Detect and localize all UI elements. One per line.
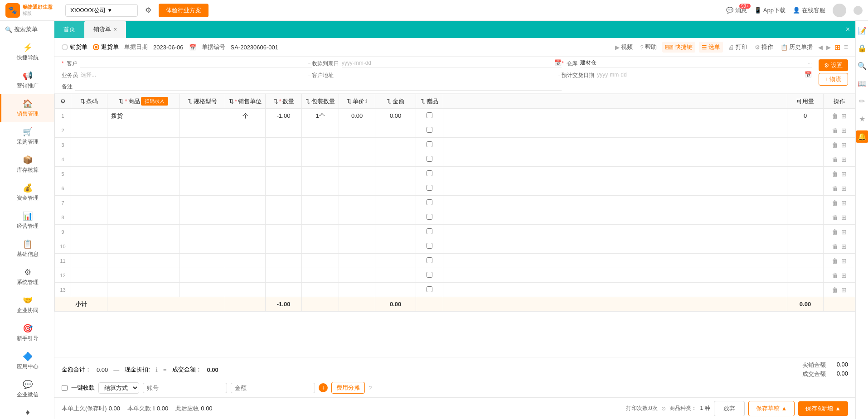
grid-view-icon[interactable]: ⊞ [834, 43, 840, 52]
tab-close-icon[interactable]: × [114, 26, 117, 33]
notes-input[interactable] [75, 83, 562, 89]
app-download-btn[interactable]: 📱 App下载 [754, 6, 786, 14]
sidebar-item-operations[interactable]: 📊 经营管理 [0, 207, 54, 235]
due-date-input[interactable] [342, 60, 555, 66]
sort-gift-icon[interactable]: ⇅ [421, 98, 426, 105]
sidebar-item-finance[interactable]: 💰 资金管理 [0, 178, 54, 207]
help-btn[interactable]: ? 帮助 [638, 42, 658, 52]
sort-spec-icon[interactable]: ⇅ [188, 98, 193, 105]
rp-search-icon[interactable]: 🔍 [856, 60, 868, 72]
copy-row-icon[interactable]: ⊞ [841, 228, 847, 236]
delete-row-icon[interactable]: 🗑 [832, 156, 838, 163]
save-draft-btn[interactable]: 保存草稿 ▲ [748, 401, 795, 416]
delivery-date-input[interactable] [597, 72, 805, 78]
delete-row-icon[interactable]: 🗑 [832, 199, 838, 207]
warehouse-ellipsis[interactable]: ··· [808, 60, 812, 66]
rp-pencil-icon[interactable]: ✏ [857, 95, 867, 107]
calendar-icon[interactable]: 📅 [189, 44, 196, 51]
copy-row-icon[interactable]: ⊞ [841, 170, 847, 178]
sidebar-item-inventory[interactable]: 📦 库存核算 [0, 150, 54, 178]
warehouse-input[interactable] [580, 60, 808, 66]
price-info-icon[interactable]: ℹ [365, 98, 367, 104]
pay-method-select[interactable]: 结算方式 [98, 382, 139, 394]
message-btn[interactable]: 💬 消息 99+ [726, 6, 747, 14]
rp-alert-icon[interactable]: 🔔 [856, 130, 868, 143]
sidebar-item-wechat[interactable]: 💬 企业微信 [0, 375, 54, 403]
customer-ellipsis[interactable]: ··· [307, 60, 311, 66]
delete-row-icon[interactable]: 🗑 [832, 272, 838, 279]
delete-row-icon[interactable]: 🗑 [832, 127, 838, 134]
sidebar-item-appstore[interactable]: 🔷 应用中心 [0, 347, 54, 375]
rp-star-icon[interactable]: ★ [857, 113, 867, 125]
expense-btn[interactable]: 费用分摊 [331, 382, 365, 394]
shortcut-btn[interactable]: ⌨ 快捷键 [662, 42, 695, 53]
discount-info-icon[interactable]: ℹ [155, 366, 158, 373]
sort-barcode-icon[interactable]: ⇅ [80, 98, 85, 105]
online-service-btn[interactable]: 👤 在线客服 [793, 6, 825, 14]
sidebar-item-member[interactable]: ♦ 畅会员 [0, 403, 54, 419]
radio-sales[interactable]: 销货单 [62, 43, 87, 51]
nav-prev-icon[interactable]: ◀ [818, 44, 823, 51]
expense-help-icon[interactable]: ? [369, 385, 372, 391]
sort-pkg-icon[interactable]: ⇅ [305, 98, 310, 105]
sidebar-item-quick-nav[interactable]: ⚡ 快捷导航 [0, 38, 54, 66]
amount-input[interactable] [231, 383, 315, 393]
company-selector[interactable]: XXXXXX公司 ▾ [65, 4, 138, 17]
one-click-checkbox[interactable] [62, 385, 68, 391]
list-view-icon[interactable]: ≡ [844, 43, 848, 51]
delete-row-icon[interactable]: 🗑 [832, 170, 838, 178]
settings-btn[interactable]: ⚙ [141, 4, 155, 17]
sort-price-icon[interactable]: ⇅ [347, 98, 352, 105]
copy-row-icon[interactable]: ⊞ [841, 112, 847, 120]
sidebar-item-purchase[interactable]: 🛒 采购管理 [0, 122, 54, 150]
delete-row-icon[interactable]: 🗑 [832, 228, 838, 236]
sort-product-icon[interactable]: ⇅ [119, 98, 124, 105]
copy-row-icon[interactable]: ⊞ [841, 243, 847, 250]
product-type-icon[interactable]: ⊙ [661, 405, 666, 412]
history-btn[interactable]: 📋 历史单据 [779, 42, 815, 52]
user-dropdown[interactable] [853, 6, 863, 15]
user-avatar[interactable] [833, 4, 846, 17]
copy-row-icon[interactable]: ⊞ [841, 141, 847, 149]
scan-btn[interactable]: 扫码录入 [141, 97, 168, 106]
delivery-calendar-icon[interactable]: 📅 [805, 71, 812, 78]
sort-unit-icon[interactable]: ⇅ [229, 98, 234, 105]
logistics-btn[interactable]: + 物流 [819, 73, 848, 86]
select-btn[interactable]: ☰ 选单 [699, 42, 723, 53]
sidebar-item-marketing[interactable]: 📢 营销推广 [0, 66, 54, 94]
sidebar-item-system[interactable]: ⚙ 系统管理 [0, 263, 54, 291]
sidebar-item-cooperation[interactable]: 🤝 企业协同 [0, 291, 54, 319]
sidebar-search[interactable]: 🔍 搜索菜单 [0, 21, 54, 38]
due-date-calendar-icon[interactable]: 📅 [554, 59, 562, 66]
sidebar-item-guide[interactable]: 🎯 新手引导 [0, 319, 54, 347]
copy-row-icon[interactable]: ⊞ [841, 214, 847, 221]
copy-row-icon[interactable]: ⊞ [841, 199, 847, 207]
sidebar-item-basics[interactable]: 📋 基础信息 [0, 235, 54, 263]
owed-info-icon[interactable]: ℹ [153, 405, 155, 412]
ops-btn[interactable]: ⚙ 操作 [753, 42, 775, 52]
trial-button[interactable]: 体验行业方案 [159, 4, 209, 17]
radio-return[interactable]: 退货单 [93, 43, 119, 51]
salesperson-input[interactable] [81, 72, 307, 78]
video-btn[interactable]: ▶ 视频 [613, 42, 635, 52]
salesperson-ellipsis[interactable]: ··· [307, 72, 311, 77]
copy-row-icon[interactable]: ⊞ [841, 127, 847, 134]
delete-row-icon[interactable]: 🗑 [832, 185, 838, 192]
copy-row-icon[interactable]: ⊞ [841, 272, 847, 279]
sort-qty-icon[interactable]: ⇅ [273, 98, 278, 105]
print-btn[interactable]: 🖨 打印 [727, 42, 749, 52]
delete-row-icon[interactable]: 🗑 [832, 112, 838, 120]
copy-row-icon[interactable]: ⊞ [841, 286, 847, 294]
addr-ellipsis[interactable]: ··· [558, 72, 562, 77]
rp-book-icon[interactable]: 📖 [856, 77, 868, 90]
delete-row-icon[interactable]: 🗑 [832, 286, 838, 294]
add-payment-btn[interactable]: + [319, 383, 328, 392]
delete-row-icon[interactable]: 🗑 [832, 214, 838, 221]
delete-row-icon[interactable]: 🗑 [832, 257, 838, 265]
nav-next-icon[interactable]: ▶ [826, 44, 831, 51]
sort-amount-icon[interactable]: ⇅ [387, 98, 392, 105]
copy-row-icon[interactable]: ⊞ [841, 156, 847, 163]
settings-btn[interactable]: ⚙ 设置 [819, 59, 848, 71]
delete-row-icon[interactable]: 🗑 [832, 243, 838, 250]
customer-addr-input[interactable] [336, 72, 558, 78]
